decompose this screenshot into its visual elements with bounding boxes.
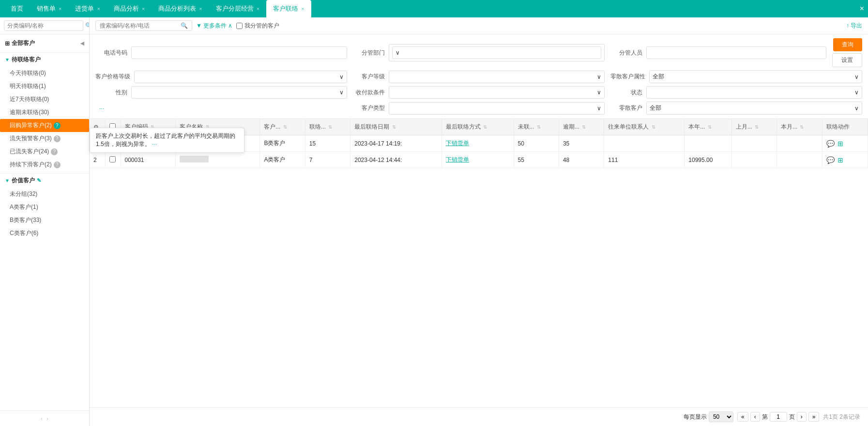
action-chat-icon[interactable]: 💬	[826, 140, 835, 147]
retail-attr-label: 零散客户属性	[610, 73, 647, 81]
sidebar-item-declining[interactable]: 持续下滑客户(2) ?	[0, 158, 89, 171]
tooltip-dots[interactable]: ···	[152, 141, 157, 147]
declining-help-icon[interactable]: ?	[54, 162, 61, 168]
per-page-select[interactable]: 5020100200	[709, 411, 733, 422]
col-this-year[interactable]: 本年... ⇅	[685, 119, 731, 135]
nav-purchase-close[interactable]: ×	[97, 6, 100, 12]
sidebar-item-lost-warning[interactable]: 流失预警客户(3) ?	[0, 132, 89, 145]
col-contacts[interactable]: 往来单位联系人 ⇅	[604, 119, 685, 135]
last-method-link[interactable]: 下销货单	[446, 156, 469, 163]
manager-select[interactable]	[646, 46, 826, 59]
sidebar-item-tomorrow[interactable]: 明天待联络(1)	[0, 80, 89, 93]
my-customer-checkbox[interactable]	[236, 23, 243, 29]
nav-sales-close[interactable]: ×	[59, 6, 61, 12]
search-input[interactable]	[100, 22, 181, 29]
col-contact[interactable]: 联络... ⇅	[305, 119, 350, 135]
sidebar-item-ungraded[interactable]: 未分组(32)	[0, 188, 89, 201]
filter-price-level: 客户价格等级 ∨	[95, 70, 347, 83]
retail-attr-select[interactable]: 全部∨	[649, 70, 862, 83]
nav-customer-contact[interactable]: 客户联络 ×	[266, 0, 311, 17]
all-customers-title[interactable]: ⊞ 全部客户 ◀	[0, 36, 89, 50]
action-more-icon[interactable]: ⊞	[838, 140, 843, 147]
lost-warning-help-icon[interactable]: ?	[54, 135, 61, 142]
last-page-btn[interactable]: »	[808, 412, 820, 422]
nav-product-analysis[interactable]: 商品分析 ×	[107, 0, 152, 17]
sidebar-item-lost[interactable]: 已流失客户(24) ?	[0, 145, 89, 158]
col-last-date[interactable]: 最后联络日期 ⇅	[350, 119, 442, 135]
customer-type-select[interactable]: ∨	[389, 102, 605, 115]
payment-select[interactable]: ∨	[389, 86, 605, 99]
status-arrow: ∨	[854, 89, 859, 96]
filter-gender: 性别 ∨	[95, 86, 347, 99]
more-conditions-btn[interactable]: ▼ 更多条件 ∧	[196, 22, 232, 30]
action-chat-icon[interactable]: 💬	[826, 156, 835, 164]
repurchase-help-icon[interactable]: ?	[54, 122, 61, 129]
nav-product-analysis-list-close[interactable]: ×	[199, 6, 202, 12]
sidebar-item-today[interactable]: 今天待联络(0)	[0, 67, 89, 80]
cell-index: 2	[90, 152, 105, 168]
lost-help-icon[interactable]: ?	[51, 148, 58, 155]
value-group-edit-icon[interactable]: ✎	[37, 177, 41, 184]
customer-level-select[interactable]: ∨	[389, 71, 605, 83]
nav-purchase[interactable]: 进货单 ×	[68, 0, 107, 17]
nav-home[interactable]: 首页	[4, 0, 30, 17]
export-btn[interactable]: ↑ 导出	[846, 22, 862, 30]
nav-sales[interactable]: 销售单 ×	[30, 0, 68, 17]
cell-this-month	[777, 135, 822, 152]
col-type[interactable]: 客户... ⇅	[260, 119, 305, 135]
status-select[interactable]: ∨	[646, 86, 862, 99]
sidebar-item-class-c[interactable]: C类客户(6)	[0, 227, 89, 240]
sidebar-search-input[interactable]	[4, 20, 83, 31]
page-input[interactable]	[770, 412, 787, 422]
sidebar-bottom-nav: ‹ ›	[41, 415, 48, 422]
sidebar-item-class-a[interactable]: A类客户(1)	[0, 201, 89, 214]
retail-customer-select[interactable]: 全部∨	[646, 102, 862, 115]
nav-customer-contact-close[interactable]: ×	[301, 6, 304, 12]
col-uncontacted[interactable]: 未联... ⇅	[514, 119, 559, 135]
sidebar-item-class-b[interactable]: B类客户(33)	[0, 214, 89, 227]
next-page-btn[interactable]: ›	[797, 412, 807, 422]
phone-input[interactable]	[131, 46, 347, 59]
gender-arrow: ∨	[339, 89, 344, 96]
filter-status: 状态 ∨	[610, 86, 862, 99]
col-this-month[interactable]: 本月... ⇅	[777, 119, 822, 135]
nav-customer-tier-close[interactable]: ×	[257, 6, 259, 12]
prev-page-btn[interactable]: ‹	[750, 412, 760, 422]
dept-select[interactable]: ∨	[389, 44, 605, 61]
cell-checkbox[interactable]	[105, 152, 121, 168]
row-checkbox-1[interactable]	[109, 156, 116, 162]
search-icon[interactable]: 🔍	[181, 22, 188, 29]
value-customer-group[interactable]: ▼ 价值客户 ✎	[0, 173, 89, 188]
sidebar-search-icon[interactable]: 🔍	[85, 22, 90, 29]
cell-uncontacted: 50	[514, 135, 559, 152]
footer-bar: 每页显示 5020100200 « ‹ 第 页 › » 共1页 2条记录	[90, 407, 868, 426]
pending-contact-group[interactable]: ▼ 待联络客户	[0, 52, 89, 67]
gender-select[interactable]: ∨	[131, 86, 347, 99]
cell-last-method[interactable]: 下销货单	[442, 135, 514, 152]
nav-product-analysis-close[interactable]: ×	[142, 6, 145, 12]
query-button[interactable]: 查询	[833, 38, 862, 51]
sidebar-item-overdue[interactable]: 逾期未联络(30)	[0, 106, 89, 119]
col-last-method[interactable]: 最后联络方式 ⇅	[442, 119, 514, 135]
sidebar-bottom-next[interactable]: ›	[46, 415, 48, 422]
retail-customer-label: 零散客户	[610, 104, 644, 112]
gender-label: 性别	[95, 88, 129, 97]
setting-button[interactable]: 设置	[832, 53, 862, 67]
cell-overdue: 48	[559, 152, 604, 168]
last-method-link[interactable]: 下销货单	[446, 140, 469, 147]
sidebar-item-repurchase[interactable]: 回购异常客户(2) ?	[0, 119, 89, 132]
nav-customer-tier[interactable]: 客户分层经营 ×	[209, 0, 266, 17]
action-more-icon[interactable]: ⊞	[838, 156, 843, 164]
price-level-label: 客户价格等级	[95, 73, 132, 81]
customer-type-label: 客户类型	[353, 104, 387, 112]
col-overdue[interactable]: 逾期... ⇅	[559, 119, 604, 135]
customer-level-arrow: ∨	[597, 73, 601, 80]
sidebar-bottom-prev[interactable]: ‹	[41, 415, 43, 422]
col-last-month[interactable]: 上月... ⇅	[731, 119, 777, 135]
sidebar-item-7days[interactable]: 近7天待联络(0)	[0, 93, 89, 106]
nav-product-analysis-list[interactable]: 商品分析列表 ×	[152, 0, 209, 17]
first-page-btn[interactable]: «	[737, 412, 748, 422]
price-level-select[interactable]: ∨	[134, 71, 347, 83]
cell-last-method[interactable]: 下销货单	[442, 152, 514, 168]
close-all-tabs[interactable]: ×	[860, 4, 864, 13]
